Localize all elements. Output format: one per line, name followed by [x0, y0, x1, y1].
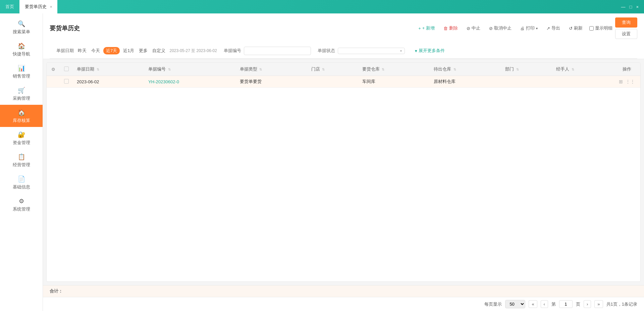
- stop-icon: ⊘: [467, 26, 470, 31]
- toolbar-action-group: 查询 设置: [615, 17, 637, 39]
- sort-store-icon[interactable]: ⇅: [322, 68, 325, 71]
- sidebar-item-sales[interactable]: 📊 销售管理: [0, 60, 43, 83]
- date-opt-today[interactable]: 今天: [90, 47, 101, 54]
- col-req-warehouse-label: 要货仓库: [362, 66, 380, 72]
- display-detail-toggle[interactable]: 显示明细: [589, 25, 612, 31]
- finance-icon: 🔐: [18, 131, 25, 138]
- sidebar-item-biz[interactable]: 📋 经营管理: [0, 149, 43, 171]
- sidebar-item-purchase[interactable]: 🛒 采购管理: [0, 83, 43, 105]
- pagination-bar: 每页显示 50 100 200 « ‹ 第 页 › » 共1页，1条记录: [43, 297, 644, 311]
- sort-date-icon[interactable]: ⇅: [97, 68, 99, 71]
- top-bar-tabs: 首页 要货单历史 ×: [0, 0, 616, 13]
- query-button[interactable]: 查询: [615, 17, 637, 28]
- docno-input[interactable]: [244, 47, 311, 55]
- col-docno-label: 单据编号: [148, 66, 166, 72]
- stop-label: 中止: [472, 25, 480, 31]
- display-detail-checkbox[interactable]: [589, 26, 594, 31]
- sidebar-item-finance[interactable]: 🔐 资金管理: [0, 127, 43, 149]
- row-view-icon[interactable]: ⊞: [619, 79, 623, 84]
- col-dept-label: 部门: [505, 66, 514, 72]
- top-bar: 首页 要货单历史 × — □ ×: [0, 0, 644, 13]
- tab-history-close[interactable]: ×: [50, 5, 52, 9]
- date-range: 2023-05-27 至 2023-06-02: [169, 48, 217, 54]
- sort-dept-icon[interactable]: ⇅: [516, 68, 519, 71]
- sidebar-item-basic-label: 基础信息: [13, 184, 30, 190]
- maximize-btn[interactable]: □: [630, 4, 632, 9]
- last-page-btn[interactable]: »: [594, 300, 603, 308]
- page-size-label: 每页显示: [484, 301, 502, 307]
- row-select-checkbox[interactable]: [64, 79, 69, 84]
- filter-docno-group: 单据编号: [224, 47, 311, 55]
- sidebar-item-quicknav[interactable]: 🏠 快捷导航: [0, 38, 43, 60]
- sidebar-item-system[interactable]: ⚙ 系统管理: [0, 193, 43, 216]
- filter-date-group: 单据日期 昨天 今天 近7天 近1月 更多 自定义 2023-05-27 至 2…: [56, 47, 217, 54]
- new-label: + 新增: [422, 25, 435, 31]
- status-select[interactable]: ▾: [338, 48, 405, 54]
- sidebar-item-search[interactable]: 🔍 搜索菜单: [0, 16, 43, 38]
- sort-handler-icon[interactable]: ⇅: [572, 68, 574, 71]
- purchase-icon: 🛒: [18, 87, 25, 94]
- minimize-btn[interactable]: —: [621, 4, 626, 9]
- export-icon: ↗: [546, 26, 550, 31]
- tab-home[interactable]: 首页: [0, 0, 19, 13]
- date-opt-1month[interactable]: 近1月: [122, 47, 136, 54]
- prev-page-btn[interactable]: ‹: [541, 300, 548, 308]
- table-settings-icon[interactable]: ⚙: [51, 67, 55, 72]
- close-window-btn[interactable]: ×: [636, 4, 639, 9]
- pagination-summary: 共1页，1条记录: [606, 301, 637, 307]
- select-all-checkbox[interactable]: [64, 66, 69, 71]
- col-doctype: 单据类型 ⇅: [236, 63, 307, 76]
- row-more-icon[interactable]: ⋮⋮: [626, 79, 635, 84]
- date-opt-more[interactable]: 更多: [138, 47, 149, 54]
- delete-label: 删除: [449, 25, 458, 31]
- setting-button[interactable]: 设置: [615, 29, 637, 39]
- inventory-icon: 🏠: [18, 109, 25, 116]
- current-page-input[interactable]: [559, 300, 573, 308]
- date-opt-yesterday[interactable]: 昨天: [76, 47, 88, 54]
- footer-total-label: 合计：: [50, 288, 63, 294]
- refresh-label: 刷新: [574, 25, 583, 31]
- page-size-select[interactable]: 50 100 200: [505, 300, 525, 308]
- sidebar-item-sales-label: 销售管理: [13, 73, 30, 79]
- col-pending-warehouse: 待出仓库 ⇅: [430, 63, 501, 76]
- date-opt-custom[interactable]: 自定义: [151, 47, 167, 54]
- table-area: ⚙ 单据日期 ⇅ 单据编号 ⇅: [46, 62, 641, 282]
- delete-button[interactable]: 🗑 删除: [441, 24, 460, 33]
- sort-doctype-icon[interactable]: ⇅: [259, 68, 262, 71]
- col-checkbox: [60, 63, 73, 76]
- row-settings-cell: [47, 76, 60, 88]
- date-opt-7days[interactable]: 近7天: [103, 47, 120, 54]
- cancel-stop-button[interactable]: ⊘ 取消中止: [487, 24, 514, 33]
- col-docno: 单据编号 ⇅: [144, 63, 235, 76]
- sort-docno-icon[interactable]: ⇅: [168, 68, 171, 71]
- sort-req-warehouse-icon[interactable]: ⇅: [382, 68, 384, 71]
- page-title-row: 要货单历史 + + 新增 🗑 删除 ⊘ 中止: [50, 17, 637, 39]
- export-button[interactable]: ↗ 导出: [544, 24, 562, 33]
- delete-icon: 🗑: [443, 26, 448, 31]
- filter-bar: 单据日期 昨天 今天 近7天 近1月 更多 自定义 2023-05-27 至 2…: [50, 43, 637, 59]
- sidebar-item-inventory[interactable]: 🏠 库存核算: [0, 105, 43, 127]
- page-title: 要货单历史: [50, 24, 80, 32]
- first-page-btn[interactable]: «: [529, 300, 537, 308]
- export-label: 导出: [551, 25, 560, 31]
- row-docno-cell: YH-20230602-0: [144, 76, 235, 88]
- filter-status-group: 单据状态 ▾: [318, 48, 405, 54]
- row-date-cell: 2023-06-02: [73, 76, 144, 88]
- sidebar-item-system-label: 系统管理: [13, 206, 30, 212]
- footer-bar: 合计：: [43, 285, 644, 297]
- row-docno-link[interactable]: YH-20230602-0: [148, 79, 179, 84]
- refresh-button[interactable]: ↺ 刷新: [567, 24, 585, 33]
- new-button[interactable]: + + 新增: [416, 24, 437, 33]
- expand-label: 展开更多条件: [419, 48, 445, 54]
- col-dept: 部门 ⇅: [501, 63, 552, 76]
- sidebar-item-basic[interactable]: 📄 基础信息: [0, 171, 43, 193]
- print-button[interactable]: 🖨 打印 ▾: [518, 24, 540, 33]
- sort-pending-warehouse-icon[interactable]: ⇅: [453, 68, 456, 71]
- next-page-btn[interactable]: ›: [584, 300, 591, 308]
- sidebar-item-purchase-label: 采购管理: [13, 95, 30, 101]
- tab-history[interactable]: 要货单历史 ×: [19, 0, 57, 13]
- print-dropdown-icon: ▾: [536, 27, 538, 30]
- stop-button[interactable]: ⊘ 中止: [465, 24, 482, 33]
- expand-more-btn[interactable]: ▾ 展开更多条件: [412, 46, 448, 55]
- tab-home-label: 首页: [5, 4, 14, 10]
